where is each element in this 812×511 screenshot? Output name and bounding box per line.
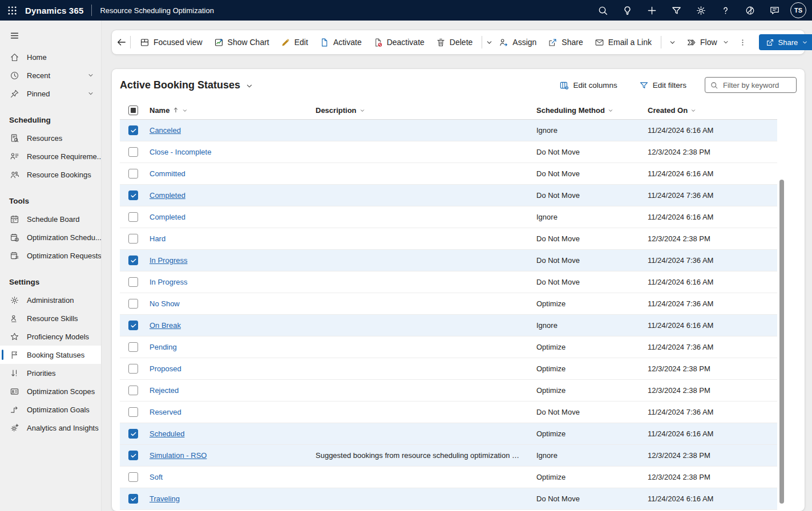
sidebar-item-resource-requirements[interactable]: Resource Requireme... (0, 147, 101, 165)
feedback-icon[interactable] (762, 0, 787, 21)
sidebar-item-administration[interactable]: Administration (0, 291, 101, 309)
row-name-link[interactable]: Committed (150, 169, 185, 178)
table-row[interactable]: Hard Do Not Move 12/3/2024 2:38 PM (120, 228, 777, 250)
table-row[interactable]: In Progress Do Not Move 11/24/2024 7:36 … (120, 250, 777, 271)
sidebar-item-priorities[interactable]: Priorities (0, 364, 101, 382)
table-row[interactable]: Simulation - RSO Suggested bookings from… (120, 445, 777, 467)
row-checkbox[interactable] (128, 451, 138, 460)
sidebar-item-schedule-board[interactable]: Schedule Board (0, 210, 101, 228)
filter-icon[interactable] (664, 0, 689, 21)
sidebar-item-resource-skills[interactable]: Resource Skills (0, 309, 101, 327)
more-commands-chevron[interactable] (486, 33, 493, 51)
row-checkbox[interactable] (128, 169, 138, 179)
table-row[interactable]: No Show Optimize 11/24/2024 7:36 AM (120, 293, 777, 315)
chevron-down-icon[interactable] (690, 108, 696, 113)
plus-icon[interactable] (640, 0, 664, 21)
table-row[interactable]: Soft Optimize 12/3/2024 2:38 PM (120, 467, 777, 488)
row-name-link[interactable]: Canceled (150, 126, 181, 135)
overflow-menu-icon[interactable] (735, 33, 751, 51)
sidebar-item-pinned[interactable]: Pinned (0, 84, 101, 103)
sidebar-item-analytics-insights[interactable]: Analytics and Insights (0, 419, 101, 437)
row-checkbox[interactable] (128, 234, 138, 244)
chevron-down-icon[interactable] (87, 72, 94, 79)
table-row[interactable]: Completed Ignore 11/24/2024 6:16 AM (120, 206, 777, 228)
column-header-created-on[interactable]: Created On (648, 106, 777, 115)
column-header-name[interactable]: Name (150, 106, 316, 115)
row-checkbox[interactable] (128, 125, 138, 135)
row-name-link[interactable]: Rejected (150, 386, 179, 395)
focused-view-button[interactable]: Focused view (134, 33, 208, 51)
avatar[interactable]: TS (790, 2, 806, 18)
email-link-button[interactable]: Email a Link (589, 33, 657, 51)
row-name-link[interactable]: Completed (150, 191, 185, 200)
view-selector[interactable]: Active Booking Statuses (120, 79, 253, 91)
select-all-checkbox[interactable] (128, 106, 138, 115)
sidebar-item-optimization-schedules[interactable]: Optimization Schedu... (0, 228, 101, 246)
edit-columns-button[interactable]: Edit columns (556, 80, 620, 91)
sidebar-item-optimization-goals[interactable]: Optimization Goals (0, 400, 101, 419)
chevron-down-icon[interactable] (608, 108, 613, 113)
row-name-link[interactable]: Proposed (150, 364, 181, 373)
chevron-down-icon[interactable] (245, 82, 253, 90)
row-name-link[interactable]: On Break (150, 321, 181, 330)
waffle-icon[interactable] (0, 0, 24, 21)
sidebar-item-optimization-scopes[interactable]: Optimization Scopes (0, 382, 101, 400)
brand-title[interactable]: Dynamics 365 (25, 6, 83, 15)
table-row[interactable]: Completed Do Not Move 11/24/2024 7:36 AM (120, 185, 777, 206)
row-checkbox[interactable] (128, 299, 138, 309)
sidebar-item-optimization-requests[interactable]: Optimization Requests (0, 246, 101, 265)
edit-button[interactable]: Edit (275, 33, 314, 51)
row-checkbox[interactable] (128, 494, 138, 504)
table-row[interactable]: Scheduled Optimize 11/24/2024 6:16 AM (120, 423, 777, 445)
row-checkbox[interactable] (128, 342, 138, 352)
table-row[interactable]: Committed Do Not Move 11/24/2024 6:16 AM (120, 163, 777, 185)
deactivate-button[interactable]: Deactivate (367, 33, 430, 51)
row-name-link[interactable]: Soft (150, 473, 163, 481)
app-title[interactable]: Resource Scheduling Optimization (100, 6, 213, 15)
table-row[interactable]: Reserved Do Not Move 11/24/2024 7:36 AM (120, 402, 777, 423)
table-row[interactable]: Pending Optimize 11/24/2024 7:36 AM (120, 336, 777, 358)
table-row[interactable]: Close - Incomplete Do Not Move 12/3/2024… (120, 141, 777, 163)
row-name-link[interactable]: In Progress (150, 256, 187, 265)
row-checkbox[interactable] (128, 429, 138, 439)
table-row[interactable]: On Break Ignore 11/24/2024 6:16 AM (120, 315, 777, 336)
show-chart-button[interactable]: Show Chart (208, 33, 275, 51)
sidebar-item-proficiency-models[interactable]: Proficiency Models (0, 327, 101, 346)
row-checkbox[interactable] (128, 256, 138, 265)
row-name-link[interactable]: Pending (150, 343, 177, 351)
sidebar-item-booking-statuses[interactable]: Booking Statuses (0, 346, 101, 364)
row-checkbox[interactable] (128, 190, 138, 200)
chevron-down-icon[interactable] (182, 108, 188, 113)
table-row[interactable]: Traveling Do Not Move 11/24/2024 6:16 AM (120, 488, 777, 510)
row-name-link[interactable]: Close - Incomplete (150, 148, 211, 156)
row-name-link[interactable]: Hard (150, 234, 165, 243)
row-checkbox[interactable] (128, 386, 138, 395)
keyword-filter-input[interactable] (722, 80, 791, 90)
row-name-link[interactable]: Completed (150, 213, 185, 221)
hamburger-menu-icon[interactable] (0, 26, 101, 44)
share-primary-button[interactable]: Share (759, 34, 812, 50)
sidebar-item-home[interactable]: Home (0, 48, 101, 66)
chevron-down-icon[interactable] (359, 108, 365, 113)
help-icon[interactable] (713, 0, 738, 21)
power-platform-icon[interactable] (738, 0, 762, 21)
edit-filters-button[interactable]: Edit filters (636, 80, 690, 91)
row-checkbox[interactable] (128, 277, 138, 287)
back-button[interactable] (116, 33, 127, 51)
activate-button[interactable]: Activate (314, 33, 367, 51)
row-name-link[interactable]: Simulation - RSO (150, 451, 207, 460)
lightbulb-icon[interactable] (615, 0, 640, 21)
row-name-link[interactable]: Scheduled (150, 429, 184, 438)
gear-icon[interactable] (689, 0, 713, 21)
row-checkbox[interactable] (128, 472, 138, 482)
more-share-chevron[interactable] (665, 33, 681, 51)
row-checkbox[interactable] (128, 321, 138, 330)
row-checkbox[interactable] (128, 364, 138, 374)
row-checkbox[interactable] (128, 407, 138, 417)
row-name-link[interactable]: Traveling (150, 494, 180, 503)
delete-button[interactable]: Delete (430, 33, 478, 51)
row-name-link[interactable]: No Show (150, 299, 180, 308)
table-row[interactable]: Canceled Ignore 11/24/2024 6:16 AM (120, 120, 777, 141)
flow-button[interactable]: Flow (681, 33, 735, 51)
column-header-description[interactable]: Description (316, 106, 536, 115)
